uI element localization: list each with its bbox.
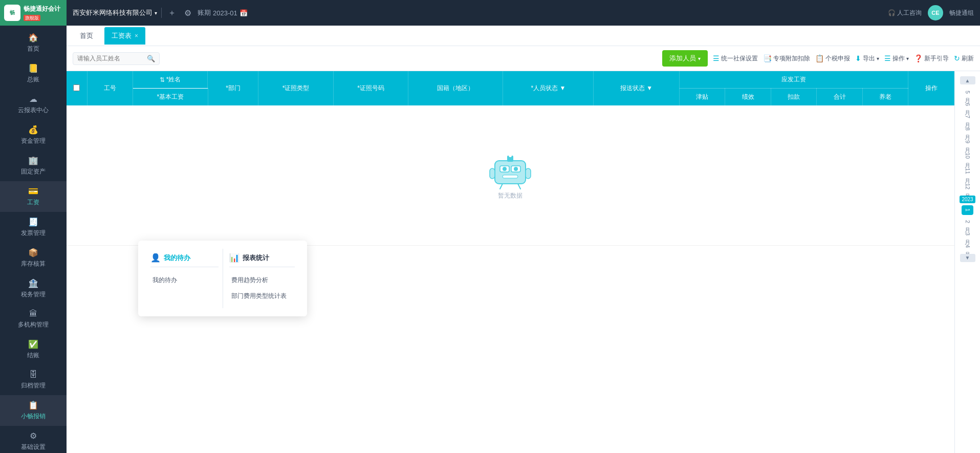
dropdown-reports-title: 📊 报表统计 [229, 253, 295, 267]
month-12月[interactable]: 12月 [962, 179, 973, 193]
month-10月[interactable]: 10月 [962, 148, 973, 163]
archive-icon: 🗄 [29, 370, 37, 379]
salary-icon: 💳 [28, 186, 38, 196]
th-id-type: *证照类型 [258, 71, 334, 105]
sidebar-item-fixed-assets[interactable]: 🏢 固定资产 [0, 150, 67, 181]
sidebar-logo[interactable]: 畅 畅捷通好会计 旗舰版 [0, 0, 67, 26]
sidebar-item-tax[interactable]: 🏦 税务管理 [0, 273, 67, 304]
sidebar-item-org-label: 多机构管理 [18, 320, 49, 329]
expense-icon: 📋 [28, 400, 38, 410]
sidebar-item-ledger-label: 总账 [27, 75, 39, 84]
inventory-icon: 📦 [28, 248, 38, 257]
user-initials: CE [931, 10, 939, 16]
toolbar: 🔍 添加人员 ▾ ☰ 统一社保设置 📑 专项附加扣除 [67, 46, 980, 71]
month-7月[interactable]: 7月 [962, 111, 973, 122]
sidebar-item-expense[interactable]: 📋 小畅报销 [0, 395, 67, 426]
refresh-action[interactable]: ↻ 刷新 [954, 54, 974, 63]
tax-report-icon: 📋 [815, 54, 824, 62]
sidebar-item-invoice[interactable]: 🧾 发票管理 [0, 212, 67, 243]
month-5月[interactable]: 5月 [962, 87, 973, 98]
svg-point-7 [509, 154, 512, 157]
month-3月[interactable]: 3月 [962, 228, 973, 240]
th-total: 合计 [817, 89, 863, 106]
guide-toolbar-icon: ❓ [914, 54, 923, 62]
customer-service[interactable]: 🎧 人工咨询 [888, 9, 922, 17]
tax-icon: 🏦 [28, 278, 38, 288]
salary-table: 工号 ⇅*姓名 *部门 *证照类型 *证照号码 国籍（地区） *人员状态 ▼ 报… [67, 71, 954, 246]
tab-salary[interactable]: 工资表 × [104, 27, 145, 45]
month-11月[interactable]: 11月 [962, 164, 973, 178]
svg-line-10 [500, 184, 503, 189]
sidebar-item-multi-org[interactable]: 🏛 多机构管理 [0, 304, 67, 334]
select-all-checkbox[interactable] [73, 84, 80, 91]
toolbar-right: 添加人员 ▾ ☰ 统一社保设置 📑 专项附加扣除 📋 个税申报 [662, 50, 974, 67]
reports-title-label: 报表统计 [243, 253, 269, 263]
th-allowance: 津贴 [679, 89, 725, 106]
dropdown-item-todo[interactable]: 我的待办 [150, 272, 219, 288]
month-6月[interactable]: 6月 [962, 99, 973, 110]
tab-salary-label: 工资表 [112, 31, 132, 40]
sidebar-item-settings[interactable]: ⚙ 基础设置 [0, 426, 67, 453]
refresh-icon: ↻ [954, 54, 960, 62]
tab-home-label: 首页 [80, 32, 93, 39]
guide-action[interactable]: ❓ 新手引导 [914, 54, 949, 63]
sidebar-item-home[interactable]: 🏠 首页 [0, 28, 67, 58]
tax-report-action[interactable]: 📋 个税申报 [815, 54, 850, 63]
dropdown-item-cost-trend[interactable]: 费用趋势分析 [229, 272, 295, 288]
operation-action[interactable]: ☰ 操作 ▾ [884, 54, 909, 63]
main-container: 西安虾米网络科技有限公司 ▾ ＋ ⚙ 账期 2023-01 📅 🎧 人工咨询 C… [67, 0, 980, 453]
search-wrapper: 🔍 [73, 52, 160, 65]
sidebar-item-cloud-reports[interactable]: ☁ 云报表中心 [0, 89, 67, 120]
th-nationality: 国籍（地区） [408, 71, 503, 105]
sidebar-item-tax-label: 税务管理 [21, 290, 46, 299]
special-deduction-action[interactable]: 📑 专项附加扣除 [763, 54, 810, 63]
th-deductions: 扣款 [771, 89, 817, 106]
sidebar-item-closing[interactable]: ✅ 结账 [0, 334, 67, 365]
th-operation: 操作 [908, 71, 954, 105]
settings-button[interactable]: ⚙ [182, 6, 193, 20]
sidebar-logo-text: 畅捷通好会计 旗舰版 [24, 5, 60, 21]
scroll-down-arrow[interactable]: ▼ [960, 254, 975, 262]
checkbox-header[interactable] [67, 71, 87, 105]
filter-icon-2[interactable]: ▼ [646, 84, 652, 92]
dropdown-popup: 👤 我的待办 我的待办 📊 报表统计 费用趋势分析 部门费用类型统计表 [138, 241, 307, 316]
month-1月-active[interactable]: 1月 [962, 205, 973, 214]
search-input[interactable] [77, 55, 144, 62]
svg-line-11 [518, 184, 520, 189]
sidebar-item-ledger[interactable]: 📒 总账 [0, 58, 67, 89]
sidebar-item-salary-label: 工资 [27, 198, 39, 207]
assets-icon: 🏢 [28, 156, 38, 165]
content-area: 首页 工资表 × 🔍 添加人员 ▾ [67, 26, 980, 453]
export-action[interactable]: ⬇ 导出 ▾ [855, 54, 879, 63]
tab-home[interactable]: 首页 [73, 27, 100, 45]
month-8月[interactable]: 8月 [962, 123, 973, 135]
company-selector[interactable]: 西安虾米网络科技有限公司 ▾ [73, 8, 157, 17]
social-insurance-label: 统一社保设置 [721, 54, 758, 63]
sidebar-item-salary[interactable]: 💳 工资 [0, 181, 67, 212]
export-label: 导出 [863, 54, 875, 63]
page-content: 🔍 添加人员 ▾ ☰ 统一社保设置 📑 专项附加扣除 [67, 46, 980, 453]
sidebar-item-archive[interactable]: 🗄 归档管理 [0, 365, 67, 395]
sidebar-item-inventory[interactable]: 📦 库存核算 [0, 243, 67, 273]
dropdown-item-dept-cost[interactable]: 部门费用类型统计表 [229, 288, 295, 304]
filter-icon-1[interactable]: ▼ [559, 84, 565, 92]
refresh-label: 刷新 [962, 54, 974, 63]
cloud-icon: ☁ [29, 94, 37, 104]
period-display: 账期 2023-01 📅 [198, 8, 248, 17]
month-9月[interactable]: 9月 [962, 136, 973, 147]
add-button[interactable]: ＋ [166, 6, 178, 20]
month-4月[interactable]: 4月 [962, 241, 973, 252]
funds-icon: 💰 [28, 125, 38, 135]
closing-icon: ✅ [28, 339, 38, 349]
sidebar-item-funds[interactable]: 💰 资金管理 [0, 120, 67, 150]
service-label: 人工咨询 [897, 9, 922, 17]
month-2月[interactable]: 2月 [962, 216, 973, 227]
add-person-button[interactable]: 添加人员 ▾ [662, 50, 708, 67]
sidebar-nav: 🏠 首页 📒 总账 ☁ 云报表中心 💰 资金管理 🏢 固定资产 💳 工资 🧾 发… [0, 26, 67, 453]
tab-close-icon[interactable]: × [135, 32, 138, 39]
scroll-up-arrow[interactable]: ▲ [960, 76, 975, 84]
app-name: 畅捷通好会计 [24, 5, 60, 13]
calendar-icon[interactable]: 📅 [239, 9, 248, 17]
empty-state-text: 暂无数据 [498, 191, 522, 200]
social-insurance-action[interactable]: ☰ 统一社保设置 [713, 54, 758, 63]
